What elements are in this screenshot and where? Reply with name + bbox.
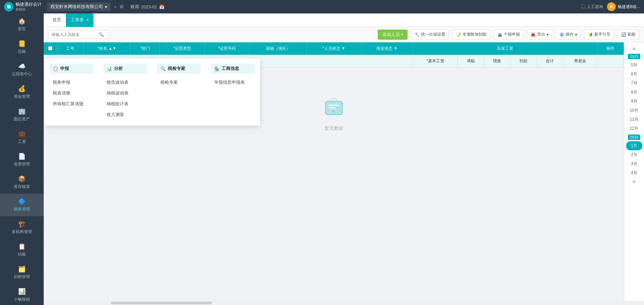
cal-month-3[interactable]: 3月 xyxy=(626,159,642,168)
tab-home[interactable]: 首页 xyxy=(48,13,66,27)
social-security-label: 统一社保设置 xyxy=(421,32,445,37)
logo-text-group: 畅捷通好会计 旗舰版 xyxy=(15,2,42,12)
th-total: 合计 xyxy=(537,55,563,68)
item-annual-report[interactable]: 年报信息申报表 xyxy=(211,77,255,88)
chevron-down-icon: ▾ xyxy=(105,4,107,9)
sidebar-item-archive[interactable]: 🗂️ 归档管理 xyxy=(0,261,44,284)
search-wrap[interactable]: 🔍 xyxy=(48,30,109,39)
item-tax-report[interactable]: 税务申报 xyxy=(49,77,93,88)
sidebar-label-asset: 固定资产 xyxy=(14,116,30,122)
new-guide-button[interactable]: 🔰 新手引导 xyxy=(584,30,614,39)
service-button[interactable]: 🎧 人工咨询 xyxy=(580,4,603,10)
item-tax-stats[interactable]: 纳税统计表 xyxy=(103,99,147,109)
cal-month-10[interactable]: 10月 xyxy=(626,106,642,115)
table-area: 工号 *姓名 ▲▼ *部门 *证照类型 *证照号码 国籍（地区） *人员状态 ▼… xyxy=(44,42,624,301)
sidebar-item-asset[interactable]: 🏢 固定资产 xyxy=(0,104,44,126)
search-icon[interactable]: 🔍 xyxy=(99,32,104,37)
th-wage-group: 应发工资 xyxy=(413,42,597,55)
select-all-checkbox[interactable] xyxy=(48,46,52,50)
cal-month-1[interactable]: 1月 xyxy=(626,141,642,150)
tax-declare-button[interactable]: 🖨️ 个税申报 xyxy=(494,30,524,39)
tab-salary[interactable]: 工资表 × xyxy=(66,13,93,27)
tab-close-icon[interactable]: × xyxy=(86,17,89,22)
sidebar-item-xiaochang[interactable]: 📊 小畅报销 xyxy=(0,284,44,305)
special-deduct-button[interactable]: 📝 专项附加扣除 xyxy=(452,30,490,39)
settings-icon[interactable]: ⚙ xyxy=(119,4,124,10)
calendar-panel: ▲ 2023 5月 6月 7月 8月 9月 10月 11月 12月 2024 1… xyxy=(624,42,644,301)
cal-month-4[interactable]: 4月 xyxy=(626,168,642,178)
tax-declare-label: 个税申报 xyxy=(504,32,520,37)
sidebar-item-cloud[interactable]: ☁️ 云报表中心 xyxy=(0,59,44,81)
sidebar-item-home[interactable]: 🏠 首页 xyxy=(0,13,44,36)
item-tax-burden[interactable]: 税负波动表 xyxy=(103,77,147,88)
section-business: 🏪 工商信息 年报信息申报表 xyxy=(211,64,255,120)
user-button[interactable]: 畅 畅捷通B组... xyxy=(607,2,640,11)
sidebar-label-multi: 多机构管理 xyxy=(12,229,32,235)
scrollbar[interactable] xyxy=(44,301,644,305)
headset-icon: 🎧 xyxy=(580,4,585,9)
section-expert-title: 🔍 税检专家 xyxy=(157,64,201,74)
business-icon: 🏪 xyxy=(214,66,220,71)
social-security-button[interactable]: 🔧 统一社保设置 xyxy=(411,30,449,39)
th-allowance: 津贴 xyxy=(458,55,484,68)
empty-text: 暂无数据 xyxy=(325,125,343,131)
export-button[interactable]: 📤 导出 ▾ xyxy=(527,30,552,39)
item-tax-check[interactable]: 税检专家 xyxy=(157,77,201,88)
cal-up-icon[interactable]: ▲ xyxy=(630,44,638,52)
cal-month-2[interactable]: 2月 xyxy=(626,150,642,159)
service-label: 人工咨询 xyxy=(587,4,603,10)
th-pension: 养老金 xyxy=(563,55,597,68)
section-analysis-title: 📊 分析 xyxy=(103,64,147,74)
toolbar: 🔍 添加人员 ▾ 🔧 统一社保设置 📝 专项附加扣除 🖨️ 个税申报 📤 导出 xyxy=(44,27,644,42)
company-selector[interactable]: 西安虾米网络科技有限公司 ▾ xyxy=(47,2,111,11)
sidebar-label-invoice: 发票管理 xyxy=(14,161,30,167)
item-tax-table[interactable]: 税表清册 xyxy=(49,88,93,99)
ledger-icon: 📒 xyxy=(18,40,26,47)
cal-month-5[interactable]: 5月 xyxy=(626,61,642,70)
sidebar-item-ledger[interactable]: 📒 总账 xyxy=(0,36,44,59)
th-dept: *部门 xyxy=(130,42,160,55)
sidebar-item-fund[interactable]: 💰 资金管理 xyxy=(0,81,44,104)
sidebar-item-settlement[interactable]: 📋 结账 xyxy=(0,239,44,261)
cal-down-icon[interactable]: ▼ xyxy=(630,178,638,186)
add-person-button[interactable]: 添加人员 ▾ xyxy=(378,30,408,40)
sidebar-item-tax[interactable]: 🔷 税务管理 xyxy=(0,194,44,216)
tax-icon: 🔷 xyxy=(18,198,26,205)
th-idtype: *证照类型 xyxy=(160,42,204,55)
refresh-icon: 🔄 xyxy=(621,32,626,37)
expert-icon: 🔍 xyxy=(160,66,166,71)
user-label: 畅捷通B组... xyxy=(618,4,640,10)
scrollbar-thumb[interactable] xyxy=(111,302,212,304)
item-tax-fluctuation[interactable]: 纳税波动表 xyxy=(103,88,147,99)
th-checkbox[interactable] xyxy=(44,42,57,55)
cal-month-6[interactable]: 6月 xyxy=(626,70,642,79)
cal-month-9[interactable]: 9月 xyxy=(626,97,642,106)
sidebar-label-cloud: 云报表中心 xyxy=(12,71,32,77)
sidebar-item-salary[interactable]: 💼 工资 xyxy=(0,126,44,149)
declare-title-text: 申报 xyxy=(60,66,69,72)
company-name: 西安虾米网络科技有限公司 xyxy=(50,4,103,10)
logo: 畅 畅捷通好会计 旗舰版 xyxy=(4,2,44,12)
refresh-button[interactable]: 🔄 刷新 xyxy=(617,30,639,39)
export-icon: 📤 xyxy=(531,32,536,37)
search-input[interactable] xyxy=(51,32,99,37)
export-label: 导出 xyxy=(537,32,545,37)
multi-icon: 🏗️ xyxy=(18,220,26,228)
sidebar-item-multi[interactable]: 🏗️ 多机构管理 xyxy=(0,216,44,239)
item-income-calc[interactable]: 收入测算 xyxy=(103,109,147,120)
operate-label: 操作 xyxy=(566,32,574,37)
cal-month-12[interactable]: 12月 xyxy=(626,124,642,133)
operate-icon: ⚙️ xyxy=(559,32,564,37)
sidebar-item-inventory[interactable]: 📦 库存核算 xyxy=(0,171,44,194)
section-expert: 🔍 税检专家 税检专家 xyxy=(157,64,201,120)
sidebar-label-salary: 工资 xyxy=(18,139,26,145)
sidebar-item-invoice[interactable]: 📄 发票管理 xyxy=(0,149,44,171)
invoice-icon: 📄 xyxy=(18,153,26,160)
cal-month-8[interactable]: 8月 xyxy=(626,88,642,97)
operate-button[interactable]: ⚙️ 操作 ▾ xyxy=(556,30,581,39)
calendar-icon[interactable]: 📅 xyxy=(159,4,164,9)
item-income-settlement[interactable]: 所得税汇算清缴 xyxy=(49,99,93,109)
cal-month-11[interactable]: 11月 xyxy=(626,115,642,124)
cal-month-7[interactable]: 7月 xyxy=(626,79,642,88)
add-company-icon[interactable]: + xyxy=(114,4,117,9)
